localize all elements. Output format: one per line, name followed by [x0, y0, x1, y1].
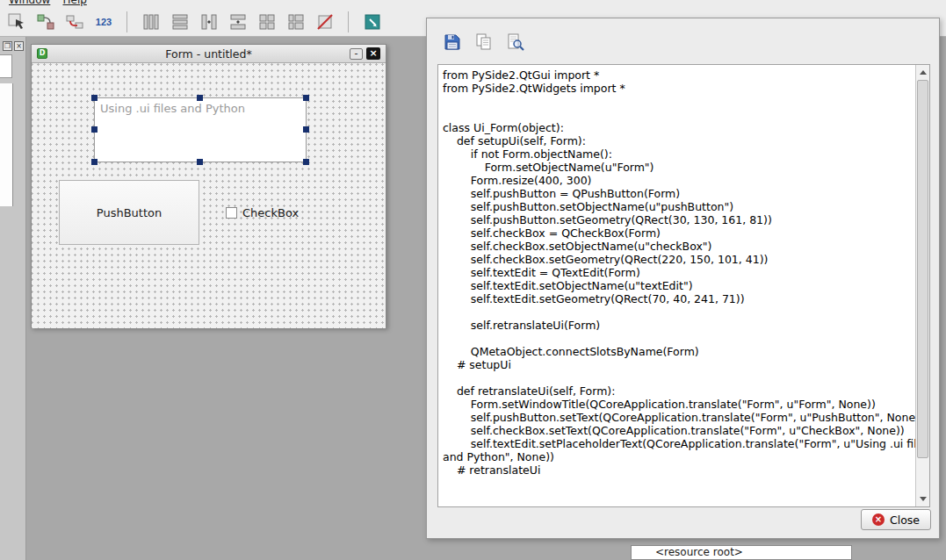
edit-signals-slots-icon [36, 12, 55, 32]
left-dock-panel: ❐ × [0, 37, 26, 560]
code-text: from PySide2.QtGui import * from PySide2… [438, 65, 929, 477]
break-layout-icon [315, 12, 335, 32]
pushbutton-widget[interactable]: PushButton [59, 180, 199, 245]
edit-widgets-icon [7, 12, 26, 32]
layout-grid-icon [257, 12, 277, 32]
find-icon [506, 32, 525, 52]
adjust-size-button[interactable] [360, 10, 385, 34]
edit-buddies-button[interactable] [62, 10, 87, 34]
form-canvas[interactable]: Using .ui files and Python PushButton Ch… [32, 63, 386, 328]
edit-widgets-button[interactable] [4, 10, 29, 34]
resource-root-item[interactable]: <resource root> [655, 546, 743, 558]
menu-help[interactable]: Help [62, 0, 86, 6]
layout-vertical-splitter-icon [228, 12, 248, 32]
layout-vertical-icon [170, 12, 190, 32]
selection-handle[interactable] [91, 95, 97, 101]
layout-horizontal-button[interactable] [139, 10, 163, 34]
dock-filter-input[interactable] [0, 54, 12, 78]
edit-buddies-icon [65, 12, 84, 32]
selection-handle[interactable] [197, 159, 203, 165]
edit-signals-slots-button[interactable] [33, 10, 58, 34]
close-button-label: Close [890, 513, 920, 527]
selection-handle[interactable] [303, 126, 309, 133]
resource-browser: <resource root> [631, 545, 852, 560]
textedit-placeholder: Using .ui files and Python [100, 102, 300, 115]
textedit-field[interactable]: Using .ui files and Python [94, 97, 307, 162]
layout-horizontal-splitter-button[interactable] [197, 10, 221, 34]
vertical-scrollbar[interactable] [915, 65, 929, 506]
dock-restore-icon[interactable]: ❐ [3, 41, 12, 51]
minimize-button[interactable]: - [350, 48, 363, 60]
copy-icon [474, 32, 494, 52]
layout-vertical-button[interactable] [168, 10, 192, 34]
dock-widget-list[interactable] [0, 83, 13, 206]
adjust-size-icon [363, 12, 382, 32]
save-button[interactable] [441, 31, 464, 54]
form-window-titlebar[interactable]: D Form - untitled* - × [32, 45, 386, 63]
selection-handle[interactable] [303, 95, 309, 101]
save-icon [443, 32, 462, 52]
break-layout-button[interactable] [313, 10, 337, 34]
layout-horizontal-icon [141, 12, 161, 32]
edit-tab-order-icon: 123 [96, 17, 112, 27]
checkbox-label: CheckBox [242, 206, 299, 219]
layout-form-icon [286, 12, 306, 32]
menubar: Window Help [0, 0, 946, 7]
dock-close-icon[interactable]: × [14, 41, 24, 51]
selection-handle[interactable] [91, 159, 97, 165]
edit-tab-order-button[interactable]: 123 [91, 10, 116, 34]
dialog-close-button[interactable]: × Close [861, 509, 931, 530]
find-button[interactable] [504, 31, 527, 54]
menu-window[interactable]: Window [9, 0, 50, 6]
layout-grid-button[interactable] [255, 10, 279, 34]
layout-vertical-splitter-button[interactable] [226, 10, 250, 34]
scrollbar-thumb[interactable] [917, 80, 928, 458]
layout-form-button[interactable] [284, 10, 308, 34]
selection-handle[interactable] [197, 95, 203, 101]
scroll-up-arrow[interactable] [916, 66, 929, 79]
close-circle-icon: × [872, 513, 885, 526]
form-editor-window: D Form - untitled* - × Using .ui files a… [31, 44, 386, 328]
selection-handle[interactable] [91, 126, 97, 133]
textedit-widget[interactable]: Using .ui files and Python [94, 97, 307, 162]
checkbox-indicator[interactable] [226, 207, 237, 219]
scroll-down-arrow[interactable] [916, 492, 929, 506]
checkbox-widget[interactable]: CheckBox [226, 204, 299, 221]
close-button[interactable]: × [366, 47, 380, 60]
layout-horizontal-splitter-icon [199, 12, 219, 32]
code-viewer-toolbar [441, 31, 527, 54]
copy-button[interactable] [473, 31, 495, 54]
toolbar-separator [126, 11, 127, 32]
code-view[interactable]: from PySide2.QtGui import * from PySide2… [437, 64, 930, 507]
form-window-title: Form - untitled* [32, 47, 386, 61]
selection-handle[interactable] [303, 159, 309, 165]
code-viewer-dialog: from PySide2.QtGui import * from PySide2… [426, 18, 940, 539]
toolbar-separator [348, 11, 349, 32]
